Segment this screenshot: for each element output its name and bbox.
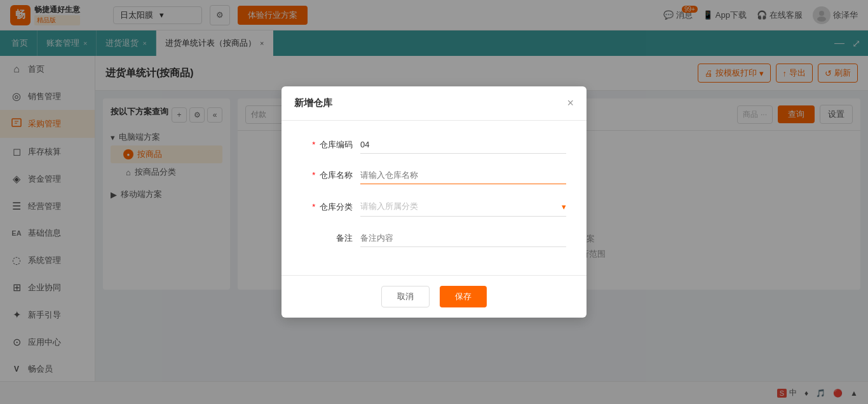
- save-button[interactable]: 保存: [440, 286, 487, 307]
- category-select[interactable]: 请输入所属分类 ▾: [360, 197, 566, 217]
- modal-overlay[interactable]: 新增仓库 × * 仓库编码 * 仓库名称: [0, 0, 868, 404]
- modal-new-warehouse: 新增仓库 × * 仓库编码 * 仓库名称: [281, 86, 587, 318]
- remark-label: 备注: [302, 232, 353, 244]
- remark-input[interactable]: [360, 229, 566, 247]
- name-input[interactable]: [360, 166, 566, 184]
- form-row-code: * 仓库编码: [302, 136, 566, 154]
- code-label: * 仓库编码: [302, 139, 353, 151]
- form-row-category: * 仓库分类 请输入所属分类 ▾: [302, 197, 566, 217]
- modal-close-button[interactable]: ×: [567, 97, 574, 110]
- modal-body: * 仓库编码 * 仓库名称 * 仓库分类 请输入所属: [281, 121, 587, 275]
- modal-footer: 取消 保存: [281, 275, 587, 318]
- modal-title: 新增仓库: [294, 97, 332, 109]
- modal-header: 新增仓库 ×: [281, 86, 587, 121]
- form-row-name: * 仓库名称: [302, 166, 566, 184]
- form-row-remark: 备注: [302, 229, 566, 247]
- cancel-button[interactable]: 取消: [381, 286, 430, 307]
- name-label: * 仓库名称: [302, 170, 353, 181]
- category-dropdown-icon: ▾: [562, 202, 566, 212]
- category-label: * 仓库分类: [302, 201, 353, 213]
- code-input[interactable]: [360, 136, 566, 154]
